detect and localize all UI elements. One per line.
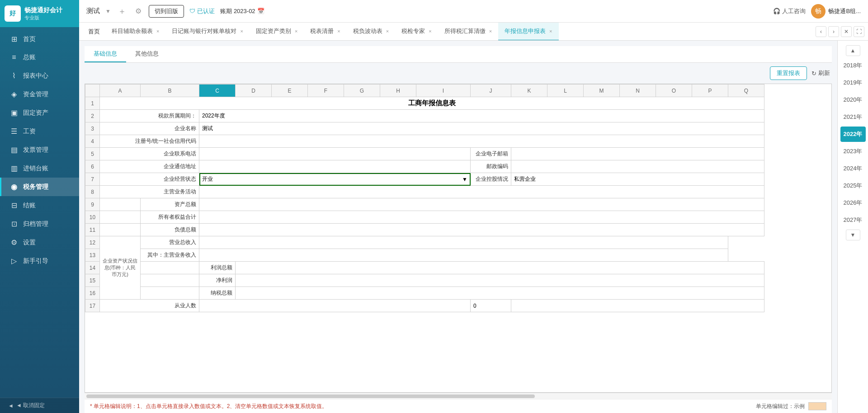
- sheet-row-2: 2税款所属期间：2022年度: [85, 110, 764, 122]
- tab-7[interactable]: 所得税汇算清缴×: [438, 23, 498, 41]
- cell-total-revenue-value[interactable]: [199, 236, 728, 249]
- tabbar-nav: ‹ › ✕ ⛶: [816, 26, 864, 37]
- tab-2[interactable]: 日记账与银行对账单核对×: [165, 23, 249, 41]
- year-item-2021年[interactable]: 2021年: [840, 109, 866, 125]
- tab-3[interactable]: 固定资产类别×: [250, 23, 304, 41]
- col-header-C: C: [199, 84, 236, 97]
- user-menu[interactable]: 畅 畅捷通B组...: [811, 4, 861, 19]
- dropdown-arrow[interactable]: ▼: [462, 176, 467, 183]
- sidebar-item-总账[interactable]: ≡总账: [0, 48, 79, 66]
- cell-main-biz-value[interactable]: [199, 186, 764, 198]
- cell-row14-value[interactable]: [236, 262, 764, 274]
- year-item-2020年[interactable]: 2020年: [840, 92, 866, 108]
- tab-close-icon[interactable]: ×: [386, 28, 389, 34]
- cell-row6-value[interactable]: [199, 160, 471, 173]
- cell-company-value[interactable]: 测试: [199, 122, 764, 135]
- sheet-hscroll[interactable]: [85, 393, 832, 399]
- sidebar-item-报表中心[interactable]: ⌇报表中心: [0, 66, 79, 85]
- tab-close-icon[interactable]: ×: [156, 28, 159, 34]
- sidebar-item-发票管理[interactable]: ▤发票管理: [0, 141, 79, 159]
- row-number-6: 6: [85, 160, 100, 173]
- service-btn[interactable]: 🎧 人工咨询: [773, 7, 806, 15]
- tab-label: 年报信息申报表: [505, 27, 546, 35]
- year-scroll-down-btn[interactable]: ▼: [846, 230, 860, 240]
- calendar-icon[interactable]: 📅: [257, 8, 264, 14]
- sheet-row-8: 8主营业务活动: [85, 186, 764, 198]
- row-number-15: 15: [85, 274, 100, 287]
- sidebar-collapse-btn[interactable]: ◄ ◄ 取消固定: [0, 398, 79, 413]
- year-item-2027年[interactable]: 2027年: [840, 212, 866, 228]
- reset-report-btn[interactable]: 重置报表: [770, 66, 807, 80]
- sidebar-item-设置[interactable]: ⚙设置: [0, 233, 79, 252]
- cell-regnum-value[interactable]: [199, 135, 764, 148]
- cell-period-value[interactable]: 2022年度: [199, 110, 764, 122]
- cell-control-value[interactable]: 私营企业: [511, 173, 764, 186]
- sidebar-item-首页[interactable]: ⊞首页: [0, 30, 79, 48]
- tab-6[interactable]: 税检专家×: [395, 23, 438, 41]
- cell-row6-right-value[interactable]: [511, 160, 764, 173]
- sidebar-label: 税务管理: [23, 183, 48, 191]
- cell-main-revenue-value[interactable]: [199, 249, 728, 262]
- tab-close-icon[interactable]: ×: [429, 28, 431, 34]
- sheet-row-17: 17从业人数0: [85, 300, 764, 312]
- cell-row16-value[interactable]: [236, 287, 764, 300]
- sidebar-item-新手引导[interactable]: ▷新手引导: [0, 252, 79, 270]
- sidebar-item-归档管理[interactable]: ⊡归档管理: [0, 215, 79, 233]
- sidebar-item-税务管理[interactable]: ◉税务管理: [0, 178, 79, 196]
- cell-status-dropdown[interactable]: 开业▼: [199, 173, 471, 186]
- sidebar: 好 畅捷通好会计 专业版 ⊞首页≡总账⌇报表中心◈资金管理▣固定资产☰工资▤发票…: [0, 0, 79, 413]
- year-scroll-up-btn[interactable]: ▲: [846, 45, 860, 56]
- tab-0[interactable]: 首页: [83, 28, 105, 36]
- switch-old-btn[interactable]: 切到旧版: [149, 5, 184, 18]
- sidebar-item-结账[interactable]: ⊟结账: [0, 196, 79, 215]
- tab-5[interactable]: 税负波动表×: [347, 23, 395, 41]
- cell-row9-value[interactable]: [199, 198, 764, 211]
- cell-main-biz-label: 主营业务活动: [100, 186, 199, 198]
- tab-expand-btn[interactable]: ⛶: [854, 26, 864, 37]
- tab-4[interactable]: 税表清册×: [304, 23, 346, 41]
- sidebar-item-进销台账[interactable]: ▥进销台账: [0, 159, 79, 178]
- row-number-11: 11: [85, 224, 100, 236]
- example-color-box: [808, 402, 826, 410]
- cell-employees-empty[interactable]: [199, 300, 471, 312]
- topbar-add-btn[interactable]: ＋: [116, 4, 128, 19]
- tab-close-icon[interactable]: ×: [337, 28, 340, 34]
- refresh-btn[interactable]: ↻ 刷新: [811, 69, 830, 77]
- tab-1[interactable]: 科目辅助余额表×: [105, 23, 165, 41]
- year-item-2019年[interactable]: 2019年: [840, 75, 866, 90]
- sidebar-label: 资金管理: [23, 90, 48, 99]
- spreadsheet[interactable]: ABCDEFGHIJKLMNOPQ 1工商年报信息表2税款所属期间：2022年度…: [85, 84, 832, 393]
- tab-8[interactable]: 年报信息申报表×: [498, 23, 558, 41]
- subtab-基础信息[interactable]: 基础信息: [85, 46, 126, 62]
- cell-row11-value[interactable]: [199, 224, 764, 236]
- year-item-2024年[interactable]: 2024年: [840, 161, 866, 176]
- row-number-8: 8: [85, 186, 100, 198]
- topbar-dropdown-arrow[interactable]: ▼: [105, 8, 111, 14]
- tab-next-btn[interactable]: ›: [828, 26, 839, 37]
- subtab-其他信息[interactable]: 其他信息: [126, 46, 168, 62]
- cell-employees-value[interactable]: 0: [471, 300, 511, 312]
- cell-row15-value[interactable]: [236, 274, 764, 287]
- tab-close-all-btn[interactable]: ✕: [841, 26, 852, 37]
- sheet-container: 基础信息其他信息 重置报表 ↻ 刷新 ABCDEFGHIJKLMNOPQ: [79, 41, 837, 413]
- year-item-2023年[interactable]: 2023年: [840, 144, 866, 159]
- sidebar-item-工资[interactable]: ☰工资: [0, 122, 79, 141]
- sidebar-item-资金管理[interactable]: ◈资金管理: [0, 85, 79, 103]
- cell-row10-value[interactable]: [199, 211, 764, 224]
- tab-close-icon[interactable]: ×: [489, 28, 492, 34]
- year-item-2022年[interactable]: 2022年: [840, 127, 866, 142]
- tab-prev-btn[interactable]: ‹: [816, 26, 826, 37]
- sidebar-item-固定资产[interactable]: ▣固定资产: [0, 103, 79, 122]
- year-item-2025年[interactable]: 2025年: [840, 178, 866, 193]
- sheet-row-1: 1工商年报信息表: [85, 97, 764, 110]
- tab-close-icon[interactable]: ×: [295, 28, 297, 34]
- cell-employees-rest: [511, 300, 764, 312]
- topbar-settings-btn[interactable]: ⚙: [133, 5, 143, 17]
- tab-close-icon[interactable]: ×: [549, 28, 552, 34]
- year-item-2026年[interactable]: 2026年: [840, 195, 866, 211]
- year-item-2018年[interactable]: 2018年: [840, 58, 866, 73]
- cell-row5-value[interactable]: [199, 148, 471, 160]
- tab-close-icon[interactable]: ×: [240, 28, 243, 34]
- cell-period-label: 税款所属期间：: [100, 110, 199, 122]
- cell-row5-right-value[interactable]: [511, 148, 764, 160]
